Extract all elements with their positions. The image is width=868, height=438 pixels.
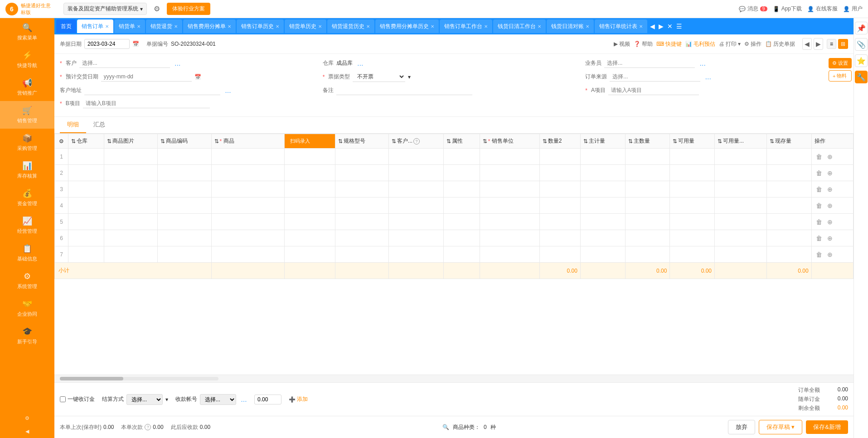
shortcut-action[interactable]: ⌨ 快捷键 (656, 40, 682, 48)
warehouse-dots-btn[interactable]: … (357, 60, 364, 67)
row-attr[interactable] (444, 197, 480, 214)
row-unit[interactable] (480, 214, 539, 230)
tab-home[interactable]: 首页 (56, 19, 76, 33)
row-delete-icon[interactable]: 🗑 (815, 234, 824, 243)
app-download-item[interactable]: 📱 App下载 (773, 5, 802, 13)
right-panel-attachment-icon[interactable]: 📎 (855, 38, 868, 51)
row-customer-no[interactable] (389, 197, 444, 214)
row-copy-icon[interactable]: ⊕ (825, 234, 834, 243)
row-customer-no[interactable] (389, 214, 444, 230)
row-attr[interactable] (444, 246, 480, 263)
sidebar-item-quick-nav[interactable]: ⚡ 快捷导航 (0, 46, 54, 73)
row-unit[interactable] (480, 246, 539, 263)
tab-invoice-history[interactable]: 销货单历史 ✕ (285, 19, 326, 33)
print-chevron[interactable]: ▾ (738, 41, 741, 47)
row-warehouse[interactable] (68, 149, 104, 165)
th-main-qty[interactable]: ⇅主数量 (625, 134, 670, 149)
sidebar-item-system[interactable]: ⚙ 系统管理 (0, 267, 54, 294)
account-select[interactable]: 选择... (200, 394, 236, 405)
amount-input[interactable] (254, 395, 281, 404)
tab-return-history[interactable]: 销货退货历史 ✕ (327, 19, 374, 33)
print-action[interactable]: 🖨 打印 ▾ (719, 40, 741, 48)
tab-close-icon[interactable]: ✕ (137, 24, 141, 29)
tab-expense-history[interactable]: 销售费用分摊单历史 ✕ (375, 19, 439, 33)
sidebar-item-inventory[interactable]: 📊 库存核算 (0, 156, 54, 184)
row-warehouse[interactable] (68, 214, 104, 230)
th-qty2[interactable]: ⇅数量2 (539, 134, 580, 149)
remark-input[interactable] (336, 86, 472, 95)
delivery-calendar-icon[interactable]: 📅 (194, 74, 201, 80)
row-spec[interactable] (335, 246, 388, 263)
row-qty2[interactable] (539, 149, 580, 165)
tab-close-icon[interactable]: ✕ (105, 24, 109, 29)
list-view-btn[interactable]: ≡ (827, 39, 836, 49)
row-spec[interactable] (335, 197, 388, 214)
tab-next-btn[interactable]: ▶ (657, 21, 665, 32)
tab-close-icon[interactable]: ✕ (318, 24, 322, 29)
row-main-qty[interactable] (625, 214, 670, 230)
row-customer-no[interactable] (389, 230, 444, 246)
sidebar-collapse-btn[interactable]: ◀ (0, 425, 54, 438)
th-customer-no[interactable]: ⇅客户...? (389, 134, 444, 149)
user-item[interactable]: 👤 用户 (843, 5, 863, 13)
row-warehouse[interactable] (68, 246, 104, 263)
one-click-checkbox[interactable] (60, 396, 66, 402)
row-qty2[interactable] (539, 165, 580, 181)
tab-cash-workbench[interactable]: 钱货日清工作台 ✕ (493, 19, 546, 33)
sidebar-item-enterprise[interactable]: 🤝 企业协同 (0, 294, 54, 322)
row-delete-icon[interactable]: 🗑 (815, 217, 824, 226)
view-action[interactable]: ▶ 视频 (614, 40, 630, 48)
row-code[interactable] (158, 246, 211, 263)
operation-action[interactable]: ⚙ 操作 (744, 40, 761, 48)
row-delete-icon[interactable]: 🗑 (815, 201, 824, 210)
row-code[interactable] (158, 197, 211, 214)
tab-close-icon[interactable]: ✕ (538, 24, 541, 29)
th-spec[interactable]: ⇅规格型号 (335, 134, 388, 149)
tab-close-icon[interactable]: ✕ (174, 24, 178, 29)
th-code[interactable]: ⇅商品编码 (158, 134, 211, 149)
row-attr[interactable] (444, 214, 480, 230)
row-code[interactable] (158, 230, 211, 246)
row-unit[interactable] (480, 197, 539, 214)
row-main-qty[interactable] (625, 230, 670, 246)
row-main-qty[interactable] (625, 181, 670, 197)
sidebar-item-operation[interactable]: 📈 经营管理 (0, 212, 54, 239)
tab-close-icon[interactable]: ✕ (228, 24, 231, 29)
addr-input[interactable] (84, 86, 220, 95)
row-spec[interactable] (335, 181, 388, 197)
row-main-qty[interactable] (625, 246, 670, 263)
sidebar-item-search[interactable]: 🔍 搜索菜单 (0, 18, 54, 46)
row-warehouse[interactable] (68, 181, 104, 197)
debit-info-icon[interactable]: ? (145, 424, 151, 430)
system-selector[interactable]: 装备及固定资产辅助管理系统 ▾ (63, 3, 147, 15)
row-product[interactable] (211, 197, 285, 214)
row-unit[interactable] (480, 181, 539, 197)
staff-input[interactable] (604, 58, 695, 68)
row-spec[interactable] (335, 149, 388, 165)
sidebar-settings-btn[interactable]: ⚙ (0, 412, 54, 425)
sidebar-item-finance[interactable]: 💰 资金管理 (0, 184, 54, 212)
row-copy-icon[interactable]: ⊕ (825, 217, 834, 226)
row-delete-icon[interactable]: 🗑 (815, 152, 824, 161)
row-copy-icon[interactable]: ⊕ (825, 250, 834, 259)
addr-dots-btn[interactable]: … (225, 87, 231, 94)
tab-prev-btn[interactable]: ◀ (648, 21, 657, 32)
th-unit[interactable]: ⇅*销售单位 (480, 134, 539, 149)
discard-button[interactable]: 放弃 (728, 420, 755, 434)
sidebar-item-sales[interactable]: 🛒 销售管理 (0, 101, 54, 129)
tab-close-icon[interactable]: ✕ (366, 24, 370, 29)
row-delete-icon[interactable]: 🗑 (815, 185, 824, 194)
th-product[interactable]: ⇅*商品 (211, 134, 285, 149)
row-attr[interactable] (444, 181, 480, 197)
tab-sales-report[interactable]: 销售订单统计表 ✕ (595, 19, 647, 33)
row-unit[interactable] (480, 165, 539, 181)
tab-close-icon[interactable]: ✕ (431, 24, 434, 29)
row-customer-no[interactable] (389, 165, 444, 181)
tab-close-icon[interactable]: ✕ (276, 24, 279, 29)
save-draft-chevron[interactable]: ▾ (791, 424, 795, 430)
row-qty2[interactable] (539, 214, 580, 230)
row-spec[interactable] (335, 230, 388, 246)
scrollbar-track[interactable] (60, 377, 218, 380)
account-dots-btn[interactable]: … (241, 396, 247, 403)
tab-sales-expense[interactable]: 销售费用分摊单 ✕ (183, 19, 236, 33)
